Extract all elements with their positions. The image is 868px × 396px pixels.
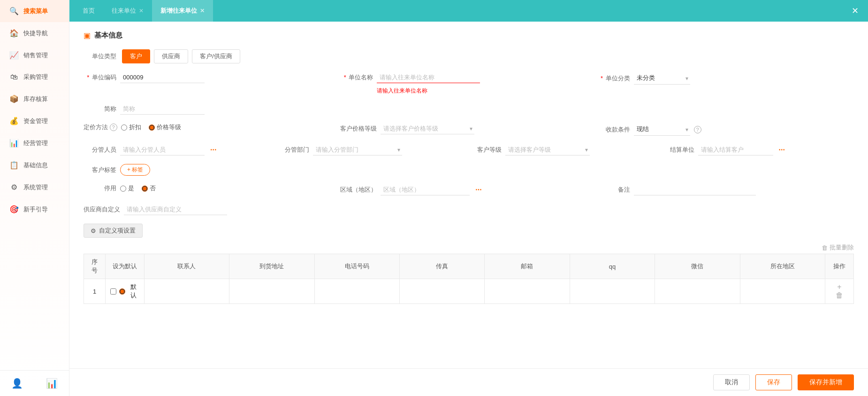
- wechat-input[interactable]: [660, 288, 735, 295]
- add-tag-btn[interactable]: + 标签: [120, 164, 150, 176]
- customer-level-label: 客户等级: [469, 146, 502, 154]
- user-icon[interactable]: 👤: [9, 375, 25, 391]
- tab-new-contact-close[interactable]: ✕: [200, 8, 205, 14]
- sidebar-item-sales[interactable]: 📈 销售管理: [0, 44, 69, 66]
- region-more-btn[interactable]: ···: [473, 186, 483, 194]
- code-name-row: * 单位编码 * 单位名称 请输入往来单位名称: [84, 72, 854, 95]
- manager-label: 分管人员: [84, 146, 116, 154]
- unit-type-row: 单位类型 客户 供应商 客户/供应商: [84, 49, 854, 63]
- pricing-level-radio[interactable]: 价格等级: [149, 123, 181, 132]
- name-input[interactable]: [377, 72, 480, 83]
- sales-icon: 📈: [9, 51, 19, 60]
- col-email: 邮箱: [485, 254, 570, 279]
- sidebar-item-operation[interactable]: 📊 经营管理: [0, 132, 69, 154]
- save-button[interactable]: 保存: [755, 374, 792, 390]
- system-icon: ⚙: [9, 183, 19, 192]
- category-value: 未分类: [634, 72, 690, 85]
- add-row-btn[interactable]: +: [836, 283, 843, 291]
- col-contact: 联系人: [144, 254, 229, 279]
- manager-more-btn[interactable]: ···: [208, 146, 218, 154]
- tab-contacts-close[interactable]: ✕: [139, 8, 144, 14]
- disabled-yes-radio[interactable]: 是: [120, 184, 134, 193]
- sidebar-item-label: 基础信息: [23, 161, 48, 170]
- customer-level-input[interactable]: [505, 144, 590, 155]
- phone-input[interactable]: [320, 288, 395, 295]
- section-title: 基本信息: [94, 31, 122, 40]
- disabled-no-radio[interactable]: 否: [142, 184, 156, 193]
- disabled-row: 停用 是 否 区域（地区） ··· 备注: [84, 184, 854, 195]
- cell-wechat: [655, 279, 740, 304]
- delete-row-btn[interactable]: 🗑: [834, 291, 845, 299]
- cell-region: [740, 279, 825, 304]
- settlement-more-btn[interactable]: ···: [777, 146, 787, 154]
- unit-btn-supplier[interactable]: 供应商: [154, 49, 188, 63]
- cancel-button[interactable]: 取消: [713, 374, 750, 390]
- custom-settings-btn[interactable]: ⚙ 自定义项设置: [84, 224, 143, 238]
- short-name-input[interactable]: [120, 103, 205, 115]
- payment-terms-wrapper: 现结 ▾: [634, 123, 690, 136]
- sidebar-item-purchase[interactable]: 🛍 采购管理: [0, 66, 69, 88]
- contact-input[interactable]: [149, 288, 224, 295]
- manager-col: 分管人员 ···: [84, 144, 276, 155]
- row-region-input[interactable]: [745, 288, 820, 295]
- tab-home[interactable]: 首页: [74, 0, 103, 22]
- table-row: 1 默认: [84, 279, 854, 304]
- customer-price-level-input[interactable]: [381, 123, 474, 134]
- email-input[interactable]: [489, 288, 564, 295]
- region-input[interactable]: [381, 184, 470, 195]
- sidebar-item-guide[interactable]: 🎯 新手引导: [0, 198, 69, 220]
- sidebar-item-search[interactable]: 🔍 搜索菜单: [0, 0, 69, 22]
- tab-contacts[interactable]: 往来单位 ✕: [103, 0, 152, 22]
- sidebar-item-label: 库存核算: [23, 95, 48, 103]
- tag-col: 客户标签 + 标签: [84, 164, 854, 176]
- sidebar-item-label: 新手引导: [23, 205, 48, 214]
- department-input[interactable]: [313, 144, 402, 155]
- section-icon: ▣: [84, 31, 91, 40]
- sidebar-item-label: 系统管理: [23, 183, 48, 192]
- sidebar-item-quick-nav[interactable]: 🏠 快捷导航: [0, 22, 69, 44]
- pricing-discount-radio[interactable]: 折扣: [121, 123, 141, 132]
- settings-gear-icon: ⚙: [91, 227, 96, 234]
- sidebar-item-label: 销售管理: [23, 51, 48, 60]
- customer-price-level-wrapper: ▾: [381, 123, 474, 134]
- unit-btn-both[interactable]: 客户/供应商: [192, 49, 240, 63]
- category-label: * 单位分类: [597, 74, 630, 83]
- basic-icon: 📋: [9, 161, 19, 170]
- sidebar-item-label: 快捷导航: [23, 29, 48, 38]
- remark-input[interactable]: [634, 184, 756, 195]
- region-label: 区域（地区）: [340, 186, 377, 194]
- pricing-help-icon[interactable]: ?: [110, 124, 117, 131]
- address-input[interactable]: [234, 288, 309, 295]
- cell-address: [229, 279, 314, 304]
- fax-input[interactable]: [404, 288, 480, 295]
- code-input[interactable]: [120, 72, 205, 83]
- default-radio[interactable]: [119, 288, 125, 295]
- save-new-button[interactable]: 保存并新增: [798, 374, 854, 390]
- col-region: 所在地区: [740, 254, 825, 279]
- batch-delete-label[interactable]: 批量删除: [830, 243, 854, 252]
- sidebar-item-finance[interactable]: 💰 资金管理: [0, 110, 69, 132]
- table-header-row: 序号 设为默认 联系人 到货地址 电话号码 传真 邮箱 qq 微信 所在地区 操…: [84, 254, 854, 279]
- stats-icon[interactable]: 📊: [44, 375, 60, 391]
- settlement-col: 结算单位 ···: [662, 144, 854, 155]
- settlement-input[interactable]: [698, 144, 773, 155]
- payment-terms-col: 收款条件 现结 ▾ ?: [597, 123, 854, 136]
- unit-btn-customer[interactable]: 客户: [122, 49, 150, 63]
- name-label: * 单位名称: [340, 73, 373, 82]
- close-all-tabs[interactable]: ✕: [847, 6, 863, 16]
- category-col: * 单位分类 未分类 ▾: [597, 72, 854, 85]
- qq-input[interactable]: [575, 288, 650, 295]
- sidebar-item-label: 采购管理: [23, 73, 48, 81]
- col-qq: qq: [570, 254, 655, 279]
- sidebar-item-system[interactable]: ⚙ 系统管理: [0, 176, 69, 198]
- payment-terms-value: 现结: [634, 123, 690, 136]
- supplier-custom-input[interactable]: [124, 204, 227, 215]
- manager-input[interactable]: [120, 144, 205, 155]
- payment-help-icon[interactable]: ?: [694, 126, 701, 133]
- sidebar-item-basic[interactable]: 📋 基础信息: [0, 154, 69, 176]
- name-col: * 单位名称 请输入往来单位名称: [340, 72, 597, 95]
- sidebar-item-inventory[interactable]: 📦 库存核算: [0, 88, 69, 110]
- tab-new-contact[interactable]: 新增往来单位 ✕: [152, 0, 213, 22]
- finance-icon: 💰: [9, 116, 19, 125]
- row-checkbox[interactable]: [110, 288, 116, 295]
